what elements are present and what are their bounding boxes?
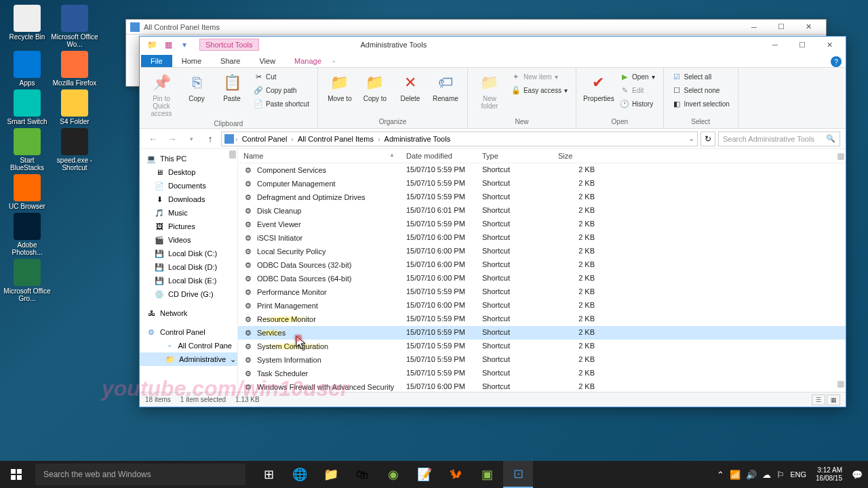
- nav-control-panel[interactable]: ⚙Control Panel: [140, 325, 237, 339]
- scroll-up-icon[interactable]: [837, 153, 844, 160]
- scroll-down-icon[interactable]: [837, 381, 844, 388]
- minimize-button[interactable]: ─: [762, 37, 789, 52]
- breadcrumb-dropdown-icon[interactable]: ⌄: [688, 134, 694, 143]
- nav-all-control-panel-items[interactable]: ▫All Control Pane: [140, 339, 237, 352]
- desktop-icon[interactable]: Microsoft Office Gro...: [3, 259, 51, 302]
- file-row[interactable]: ⚙Disk Cleanup15/07/10 6:01 PMShortcut2 K…: [238, 204, 846, 218]
- new-item-button[interactable]: ✦New item ▾: [509, 70, 570, 83]
- column-size[interactable]: Size: [553, 149, 600, 163]
- nav-network[interactable]: 🖧Network: [140, 306, 237, 320]
- breadcrumb-item[interactable]: Control Panel: [239, 135, 290, 143]
- rename-button[interactable]: 🏷Rename: [429, 70, 462, 104]
- nav-item[interactable]: 🖼Pictures: [140, 220, 237, 233]
- file-row[interactable]: ⚙System Configuration15/07/10 5:59 PMSho…: [238, 340, 846, 353]
- tab-file[interactable]: File: [141, 55, 172, 67]
- task-view-button[interactable]: ⊞: [254, 461, 283, 488]
- tray-network-icon[interactable]: 📶: [730, 470, 741, 480]
- file-row[interactable]: ⚙Print Management15/07/10 6:00 PMShortcu…: [238, 299, 846, 312]
- column-type[interactable]: Type: [477, 149, 553, 163]
- file-row[interactable]: ⚙Resource Monitor15/07/10 5:59 PMShortcu…: [238, 312, 846, 326]
- details-view-button[interactable]: ☰: [812, 394, 825, 405]
- file-row[interactable]: ⚙Local Security Policy15/07/10 6:00 PMSh…: [238, 245, 846, 258]
- desktop-icon[interactable]: Adobe Photosh...: [3, 213, 51, 256]
- large-icons-view-button[interactable]: ▦: [827, 394, 840, 405]
- nav-item[interactable]: ⬇Downloads: [140, 192, 237, 206]
- file-row[interactable]: ⚙Services15/07/10 5:59 PMShortcut2 KB: [238, 326, 846, 340]
- help-icon[interactable]: ?: [831, 56, 842, 67]
- cut-button[interactable]: ✂Cut: [251, 70, 312, 83]
- tray-language[interactable]: ENG: [790, 470, 806, 479]
- search-icon[interactable]: 🔍: [826, 134, 835, 143]
- nav-item[interactable]: 🖥Desktop: [140, 165, 237, 179]
- back-button[interactable]: ←: [145, 131, 161, 147]
- copy-path-button[interactable]: 🔗Copy path: [251, 84, 312, 96]
- collapse-ribbon-icon[interactable]: ⌃: [331, 60, 336, 67]
- close-button[interactable]: ✕: [816, 37, 843, 52]
- task-camtasia[interactable]: ▣: [472, 461, 502, 488]
- taskbar-search-input[interactable]: Search the web and Windows: [35, 464, 245, 485]
- desktop-icon[interactable]: speed.exe - Shortcut: [51, 128, 98, 171]
- tab-view[interactable]: View: [250, 55, 285, 67]
- file-row[interactable]: ⚙Component Services15/07/10 5:59 PMShort…: [238, 163, 846, 177]
- task-control-panel[interactable]: ⊡: [503, 461, 533, 488]
- easy-access-button[interactable]: 🔓Easy access ▾: [509, 84, 570, 96]
- file-row[interactable]: ⚙Event Viewer15/07/10 5:59 PMShortcut2 K…: [238, 218, 846, 231]
- nav-item[interactable]: 📄Documents: [140, 179, 237, 192]
- task-app[interactable]: ◉: [378, 461, 408, 488]
- task-explorer[interactable]: 📁: [316, 461, 346, 488]
- pin-to-quick-access-button[interactable]: 📌Pin to Quick access: [145, 70, 178, 119]
- desktop-icon[interactable]: S4 Folder: [51, 89, 98, 125]
- nav-item[interactable]: 💾Local Disk (E:): [140, 274, 237, 287]
- file-row[interactable]: ⚙System Information15/07/10 5:59 PMShort…: [238, 353, 846, 367]
- desktop-icon[interactable]: Smart Switch: [3, 89, 51, 125]
- new-folder-qat-icon[interactable]: ▾: [178, 38, 191, 52]
- breadcrumb-item[interactable]: All Control Panel Items: [295, 135, 376, 143]
- nav-item[interactable]: 🎬Videos: [140, 233, 237, 247]
- file-row[interactable]: ⚙Computer Management15/07/10 5:59 PMShor…: [238, 177, 846, 190]
- nav-item[interactable]: 💾Local Disk (D:): [140, 260, 237, 274]
- close-button[interactable]: ✕: [795, 20, 822, 35]
- column-date[interactable]: Date modified: [401, 149, 477, 163]
- tab-manage[interactable]: Manage: [285, 55, 331, 67]
- select-all-button[interactable]: ☑Select all: [669, 70, 732, 83]
- tray-clock[interactable]: 3:12 AM 16/08/15: [812, 466, 846, 483]
- delete-button[interactable]: ✕Delete: [394, 70, 427, 104]
- file-row[interactable]: ⚙Defragment and Optimize Drives15/07/10 …: [238, 190, 846, 204]
- invert-selection-button[interactable]: ◧Invert selection: [669, 98, 732, 110]
- tab-home[interactable]: Home: [172, 55, 211, 67]
- task-browser[interactable]: 🌐: [285, 461, 315, 488]
- task-uc[interactable]: 🐿: [441, 461, 471, 488]
- nav-this-pc[interactable]: 💻This PC: [140, 152, 237, 165]
- open-button[interactable]: ▶Open ▾: [617, 70, 657, 83]
- file-row[interactable]: ⚙ODBC Data Sources (32-bit)15/07/10 6:00…: [238, 258, 846, 272]
- refresh-button[interactable]: ↻: [701, 131, 715, 146]
- properties-qat-icon[interactable]: ▦: [161, 38, 175, 52]
- desktop-icon[interactable]: Microsoft Office Wo...: [51, 5, 98, 48]
- folder-icon[interactable]: 📁: [145, 38, 159, 52]
- desktop-icon[interactable]: Start BlueStacks: [3, 128, 51, 171]
- nav-administrative-tools[interactable]: 📁Administrative ⌄: [140, 352, 237, 366]
- nav-item[interactable]: 🎵Music: [140, 206, 237, 220]
- file-row[interactable]: ⚙Windows Firewall with Advanced Security…: [238, 380, 846, 392]
- breadcrumb-item[interactable]: Administrative Tools: [382, 135, 454, 143]
- select-none-button[interactable]: ☐Select none: [669, 84, 732, 96]
- file-row[interactable]: ⚙Task Scheduler15/07/10 5:59 PMShortcut2…: [238, 367, 846, 380]
- tray-volume-icon[interactable]: 🔊: [746, 470, 757, 480]
- search-input[interactable]: Search Administrative Tools 🔍: [718, 131, 840, 146]
- up-button[interactable]: ↑: [202, 131, 218, 147]
- task-notepad[interactable]: 📝: [410, 461, 439, 488]
- task-store[interactable]: 🛍: [347, 461, 377, 488]
- tray-onedrive-icon[interactable]: ☁: [762, 470, 771, 480]
- nav-item[interactable]: 💾Local Disk (C:): [140, 247, 237, 260]
- desktop-icon[interactable]: UC Browser: [3, 174, 51, 210]
- copy-to-button[interactable]: 📁Copy to: [359, 70, 391, 104]
- copy-button[interactable]: ⎘Copy: [180, 70, 213, 104]
- breadcrumb[interactable]: › Control Panel › All Control Panel Item…: [221, 131, 698, 146]
- move-to-button[interactable]: 📁Move to: [323, 70, 356, 104]
- tray-chevron-up-icon[interactable]: ⌃: [717, 470, 724, 480]
- paste-shortcut-button[interactable]: 📄Paste shortcut: [251, 98, 312, 110]
- edit-button[interactable]: ✎Edit: [617, 84, 657, 96]
- column-name[interactable]: Name ▲: [238, 149, 401, 163]
- desktop-icon[interactable]: Apps: [3, 51, 51, 87]
- file-row[interactable]: ⚙ODBC Data Sources (64-bit)15/07/10 6:00…: [238, 272, 846, 285]
